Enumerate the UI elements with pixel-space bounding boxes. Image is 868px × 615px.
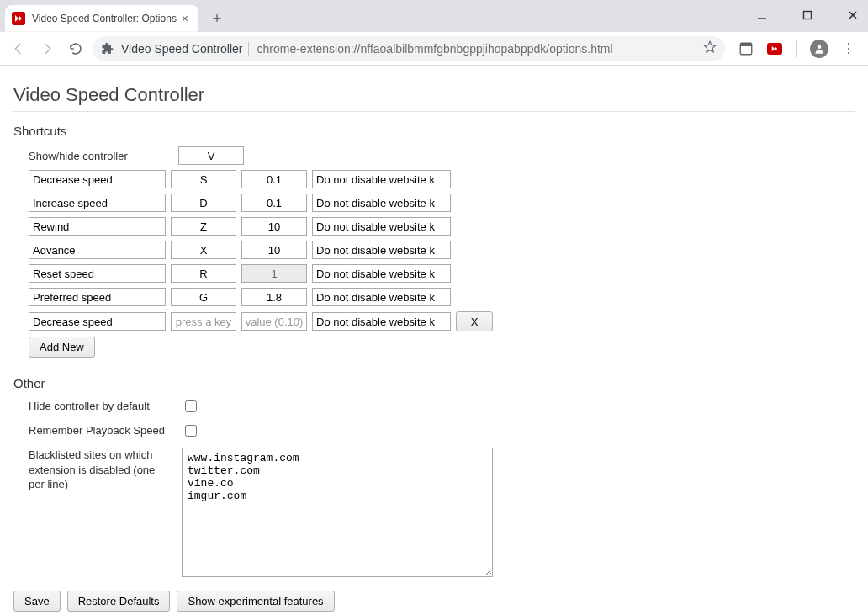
key-input[interactable] xyxy=(171,288,236,306)
disable-select[interactable]: Do not disable website k xyxy=(312,194,451,212)
value-input xyxy=(241,264,307,283)
disable-select[interactable]: Do not disable website k xyxy=(312,288,451,306)
title-divider xyxy=(13,111,855,112)
save-button[interactable]: Save xyxy=(13,591,61,612)
add-new-button[interactable]: Add New xyxy=(29,337,95,358)
key-input[interactable] xyxy=(171,170,236,188)
minimize-button[interactable] xyxy=(750,3,774,27)
action-select[interactable]: Rewind xyxy=(29,217,166,236)
svg-point-6 xyxy=(818,45,822,49)
shortcuts-heading: Shortcuts xyxy=(13,124,855,138)
toolbar-divider xyxy=(796,40,797,57)
value-input[interactable] xyxy=(241,194,307,212)
remove-shortcut-button[interactable]: X xyxy=(456,311,493,331)
back-button[interactable] xyxy=(7,37,30,61)
showhide-key-input[interactable] xyxy=(178,146,244,165)
svg-rect-1 xyxy=(804,12,812,19)
blacklist-row: Blacklisted sites on which extension is … xyxy=(29,448,855,577)
show-experimental-button[interactable]: Show experimental features xyxy=(177,591,334,612)
action-select[interactable]: Advance xyxy=(29,241,166,259)
blacklist-label: Blacklisted sites on which extension is … xyxy=(29,448,173,492)
browser-tab[interactable]: Video Speed Controller: Options × xyxy=(5,5,198,32)
key-input[interactable] xyxy=(171,312,236,331)
action-select[interactable]: Increase speed xyxy=(29,194,166,212)
shortcut-row-showhide: Show/hide controller xyxy=(29,146,855,165)
url-origin: Video Speed Controller xyxy=(121,42,249,56)
hide-controller-checkbox[interactable] xyxy=(185,400,197,412)
remember-speed-row: Remember Playback Speed xyxy=(29,423,855,439)
shortcut-row: Rewind Do not disable website k xyxy=(29,217,855,236)
add-new-row: Add New xyxy=(29,337,855,358)
key-input[interactable] xyxy=(171,217,236,236)
other-heading: Other xyxy=(13,376,855,390)
showhide-label: Show/hide controller xyxy=(29,150,173,162)
blacklist-textarea[interactable] xyxy=(182,448,493,577)
shortcut-row: Advance Do not disable website k xyxy=(29,241,855,259)
action-select[interactable]: Decrease speed xyxy=(29,312,166,331)
translate-extension-icon[interactable] xyxy=(738,41,754,56)
window-close-button[interactable] xyxy=(841,3,865,27)
close-tab-icon[interactable]: × xyxy=(180,12,190,25)
shortcut-row: Increase speed Do not disable website k xyxy=(29,194,855,212)
extension-icon xyxy=(101,42,114,56)
disable-select[interactable]: Do not disable website k xyxy=(312,217,451,236)
address-bar[interactable]: Video Speed Controller chrome-extension:… xyxy=(93,36,725,61)
shortcut-row: Reset speed Do not disable website k xyxy=(29,264,855,283)
disable-select[interactable]: Do not disable website k xyxy=(312,312,451,331)
profile-avatar[interactable] xyxy=(810,40,828,58)
value-input[interactable] xyxy=(241,241,307,259)
new-tab-button[interactable]: + xyxy=(205,7,229,30)
tab-bar: Video Speed Controller: Options × + xyxy=(0,0,868,32)
disable-select[interactable]: Do not disable website k xyxy=(312,264,451,283)
action-select[interactable]: Decrease speed xyxy=(29,170,166,188)
tab-favicon xyxy=(12,12,25,25)
url-path: chrome-extension://nffaoalbilbmmfgbnbgpp… xyxy=(257,42,613,56)
key-input[interactable] xyxy=(171,241,236,259)
maximize-button[interactable] xyxy=(796,3,819,27)
bookmark-star-icon[interactable] xyxy=(703,40,717,56)
action-select[interactable]: Reset speed xyxy=(29,264,166,283)
svg-rect-5 xyxy=(740,43,752,46)
browser-toolbar: Video Speed Controller chrome-extension:… xyxy=(0,32,868,66)
page-title: Video Speed Controller xyxy=(13,84,855,106)
hide-controller-label: Hide controller by default xyxy=(29,399,173,414)
key-input[interactable] xyxy=(171,194,236,212)
shortcut-row: Decrease speed Do not disable website k xyxy=(29,170,855,188)
value-input[interactable] xyxy=(241,312,307,331)
forward-button[interactable] xyxy=(35,37,59,61)
browser-chrome: Video Speed Controller: Options × + xyxy=(0,0,868,66)
restore-defaults-button[interactable]: Restore Defaults xyxy=(67,591,171,612)
hide-controller-row: Hide controller by default xyxy=(29,399,855,415)
reload-button[interactable] xyxy=(64,37,87,61)
value-input[interactable] xyxy=(241,217,307,236)
shortcut-row-new: Decrease speed Do not disable website k … xyxy=(29,311,855,331)
toolbar-right: ⋮ xyxy=(730,40,861,58)
shortcuts-grid: Show/hide controller Decrease speed Do n… xyxy=(29,146,855,358)
disable-select[interactable]: Do not disable website k xyxy=(312,241,451,259)
window-controls xyxy=(750,3,865,27)
chrome-menu-icon[interactable]: ⋮ xyxy=(842,40,856,56)
shortcut-row: Preferred speed Do not disable website k xyxy=(29,288,855,306)
tab-title: Video Speed Controller: Options xyxy=(32,13,180,24)
action-select[interactable]: Preferred speed xyxy=(29,288,166,306)
remember-speed-label: Remember Playback Speed xyxy=(29,423,173,438)
value-input[interactable] xyxy=(241,288,307,306)
other-grid: Hide controller by default Remember Play… xyxy=(29,399,855,577)
key-input[interactable] xyxy=(171,264,236,283)
value-input[interactable] xyxy=(241,170,307,188)
disable-select[interactable]: Do not disable website k xyxy=(312,170,451,188)
page-viewport[interactable]: Video Speed Controller Shortcuts Show/hi… xyxy=(0,66,868,615)
options-page: Video Speed Controller Shortcuts Show/hi… xyxy=(0,66,868,615)
remember-speed-checkbox[interactable] xyxy=(185,425,197,437)
vsc-extension-icon[interactable] xyxy=(767,43,782,55)
action-buttons: Save Restore Defaults Show experimental … xyxy=(13,591,855,612)
